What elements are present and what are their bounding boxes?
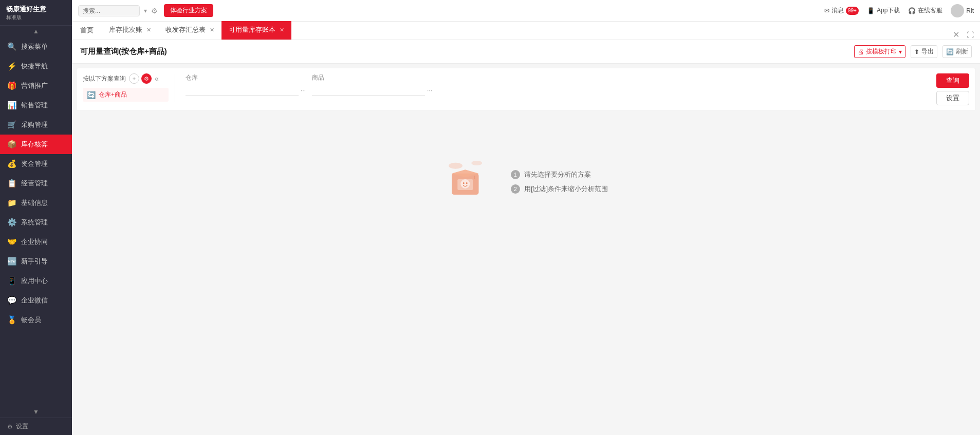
sidebar-item-label: 快捷导航 <box>21 62 48 71</box>
product-label: 商品 <box>312 73 432 82</box>
sidebar-item-label: 营销推广 <box>21 81 48 90</box>
basic-icon: 📁 <box>7 198 17 207</box>
system-icon: ⚙️ <box>7 218 17 227</box>
scheme-header: 按以下方案查询 + ⚙ « <box>83 73 169 84</box>
industry-btn[interactable]: 体验行业方案 <box>164 4 213 17</box>
export-icon: ⬆ <box>914 48 919 55</box>
sidebar-settings-label: 设置 <box>16 422 28 431</box>
tab-available-close[interactable]: ✕ <box>280 27 284 33</box>
sidebar-item-operation[interactable]: 📋 经营管理 <box>0 174 72 193</box>
sidebar-item-shortcut[interactable]: ⚡ 快捷导航 <box>0 56 72 76</box>
empty-state-content: ! 1 请先选择要分析的方案 2 用[过滤]条件来缩小分析范围 <box>444 156 608 207</box>
appcenter-icon: 📱 <box>7 276 17 286</box>
chevron-down-icon[interactable]: ▾ <box>144 7 147 14</box>
tab-batch[interactable]: 库存批次账 ✕ <box>102 21 158 40</box>
scheme-section: 按以下方案查询 + ⚙ « 🔄 仓库+商品 <box>83 73 175 102</box>
tab-available-label: 可用量库存账本 <box>229 25 275 34</box>
sidebar-item-marketing[interactable]: 🎁 营销推广 <box>0 76 72 96</box>
svg-point-0 <box>449 163 463 169</box>
sidebar-item-appcenter[interactable]: 📱 应用中心 <box>0 271 72 291</box>
query-btn-group: 查询 设置 <box>930 73 969 105</box>
settings-button[interactable]: 设置 <box>936 91 969 105</box>
tabs-actions: ✕ ⛶ <box>951 30 980 40</box>
product-input[interactable] <box>312 84 425 96</box>
sidebar-item-label: 销售管理 <box>21 101 48 110</box>
sidebar-item-wechat[interactable]: 💬 企业微信 <box>0 291 72 310</box>
app-download-item[interactable]: 📱 App下载 <box>867 6 900 15</box>
sidebar-item-purchase[interactable]: 🛒 采购管理 <box>0 115 72 135</box>
tip-text-1: 请先选择要分析的方案 <box>524 170 591 179</box>
warehouse-input[interactable] <box>186 84 299 96</box>
empty-tip-2: 2 用[过滤]条件来缩小分析范围 <box>511 184 608 194</box>
sidebar-item-member[interactable]: 🏅 畅会员 <box>0 310 72 330</box>
print-icon: 🖨 <box>858 48 864 55</box>
svg-point-6 <box>463 182 465 184</box>
tab-summary[interactable]: 收发存汇总表 ✕ <box>158 21 221 40</box>
refresh-btn[interactable]: 🔄 刷新 <box>942 45 972 58</box>
refresh-icon: 🔄 <box>946 48 954 55</box>
sidebar-scroll: 🔍 搜索菜单 ⚡ 快捷导航 🎁 营销推广 📊 销售管理 🛒 采购管理 📦 库存核… <box>0 37 72 406</box>
gear-icon[interactable]: ⚙ <box>151 7 158 15</box>
warehouse-field: 仓库 ··· <box>186 73 306 96</box>
topbar-right: ✉ 消息 99+ 📱 App下载 🎧 在线客服 Rit <box>824 4 974 17</box>
scheme-header-actions: + ⚙ <box>129 73 152 84</box>
product-more-btn[interactable]: ··· <box>427 87 432 94</box>
tab-home[interactable]: 首页 <box>72 21 102 40</box>
sidebar-item-enterprise[interactable]: 🤝 企业协同 <box>0 232 72 252</box>
scheme-item-warehouse-product[interactable]: 🔄 仓库+商品 <box>83 88 169 102</box>
user-item[interactable]: Rit <box>951 4 974 17</box>
sidebar-item-sales[interactable]: 📊 销售管理 <box>0 96 72 115</box>
sidebar-scroll-up[interactable]: ▲ <box>0 26 72 37</box>
phone-icon: 📱 <box>867 7 875 14</box>
empty-icon-area: ! <box>444 156 495 207</box>
sidebar-item-basic[interactable]: 📁 基础信息 <box>0 193 72 213</box>
sidebar-item-system[interactable]: ⚙️ 系统管理 <box>0 213 72 232</box>
svg-point-7 <box>466 182 468 184</box>
scheme-add-btn[interactable]: + <box>129 73 139 84</box>
tabs-bar: 首页 库存批次账 ✕ 收发存汇总表 ✕ 可用量库存账本 ✕ ✕ ⛶ <box>72 22 980 40</box>
page-header: 可用量查询(按仓库+商品) 🖨 按模板打印 ▾ ⬆ 导出 🔄 刷新 <box>72 40 980 64</box>
shortcut-icon: ⚡ <box>7 62 17 71</box>
query-button[interactable]: 查询 <box>936 73 969 88</box>
tab-summary-close[interactable]: ✕ <box>210 27 214 33</box>
svg-point-5 <box>460 179 470 188</box>
scheme-settings-btn[interactable]: ⚙ <box>141 73 152 84</box>
export-btn[interactable]: ⬆ 导出 <box>911 45 937 58</box>
guide-icon: 🆕 <box>7 257 17 266</box>
purchase-icon: 🛒 <box>7 120 17 129</box>
query-area: 按以下方案查询 + ⚙ « 🔄 仓库+商品 <box>76 68 976 111</box>
sidebar-item-search[interactable]: 🔍 搜索菜单 <box>0 37 72 56</box>
sidebar-item-label: 新手引导 <box>21 257 48 266</box>
tip-num-1: 1 <box>511 170 520 179</box>
tip-num-2: 2 <box>511 184 520 194</box>
enterprise-icon: 🤝 <box>7 237 17 247</box>
home-label: 首页 <box>80 26 94 35</box>
product-field: 商品 ··· <box>312 73 432 96</box>
sidebar-item-guide[interactable]: 🆕 新手引导 <box>0 252 72 271</box>
online-service-item[interactable]: 🎧 在线客服 <box>908 6 942 15</box>
sidebar-item-label: 采购管理 <box>21 120 48 129</box>
close-all-tabs-icon[interactable]: ✕ <box>951 30 961 40</box>
tab-batch-close[interactable]: ✕ <box>146 27 151 33</box>
sidebar-item-label: 经营管理 <box>21 179 48 188</box>
sidebar-scroll-down[interactable]: ▼ <box>0 406 72 418</box>
print-btn[interactable]: 🖨 按模板打印 ▾ <box>854 45 905 58</box>
svg-point-1 <box>471 161 482 165</box>
topbar-search-input[interactable] <box>78 5 140 16</box>
tab-available[interactable]: 可用量库存账本 ✕ <box>221 21 291 40</box>
warehouse-input-row: ··· <box>186 84 306 96</box>
sales-icon: 📊 <box>7 101 17 110</box>
sidebar-item-inventory[interactable]: 📦 库存核算 <box>0 135 72 154</box>
warehouse-more-btn[interactable]: ··· <box>301 87 306 94</box>
expand-icon[interactable]: ⛶ <box>965 31 976 39</box>
tab-batch-label: 库存批次账 <box>109 25 142 34</box>
message-item[interactable]: ✉ 消息 99+ <box>824 6 859 15</box>
collapse-scheme-btn[interactable]: « <box>155 74 159 83</box>
sidebar-settings[interactable]: ⚙ 设置 <box>0 418 72 435</box>
user-name: Rit <box>966 7 974 14</box>
scheme-item-label: 仓库+商品 <box>99 90 127 99</box>
sidebar-item-finance[interactable]: 💰 资金管理 <box>0 154 72 174</box>
page-header-actions: 🖨 按模板打印 ▾ ⬆ 导出 🔄 刷新 <box>854 45 972 58</box>
sidebar-item-label: 基础信息 <box>21 198 48 207</box>
export-label: 导出 <box>921 47 934 56</box>
